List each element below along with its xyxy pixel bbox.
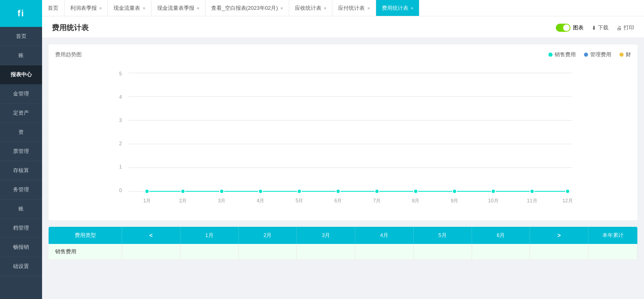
tab-cashflow-quarterly[interactable]: 现金流量表季报 × (152, 0, 205, 16)
col-header-month-6: 6月 (472, 227, 530, 244)
print-icon: 🖨 (617, 25, 622, 31)
col-header-next-nav[interactable]: > (530, 227, 588, 244)
sidebar-item-receivable[interactable]: 账 (0, 199, 42, 219)
row-month-6-value (472, 244, 530, 259)
download-button[interactable]: ⬇ 下载 (592, 24, 608, 31)
tab-cashflow[interactable]: 现金流量表 × (108, 0, 151, 16)
print-label: 打印 (624, 24, 634, 31)
sidebar-item-inventory[interactable]: 存核算 (0, 161, 42, 180)
page-title: 费用统计表 (52, 23, 89, 33)
svg-text:1: 1 (119, 164, 122, 170)
sidebar-item-home[interactable]: 首页 (0, 27, 42, 46)
header-actions: 图表 ⬇ 下载 🖨 打印 (556, 24, 634, 32)
legend-label-finance: 财 (626, 51, 631, 58)
close-tab-cashflow[interactable]: × (143, 6, 145, 11)
sidebar-item-archive-management[interactable]: 档管理 (0, 219, 42, 238)
svg-point-33 (491, 189, 495, 193)
col-header-month-5: 5月 (414, 227, 472, 244)
svg-point-26 (220, 189, 224, 193)
sidebar: fi 首页 账 报表中心 金管理 定资产 资 票管理 存核算 务管理 账 档管理… (0, 0, 42, 299)
svg-point-30 (375, 189, 379, 193)
sidebar-item-base-settings[interactable]: 础设置 (0, 257, 42, 276)
svg-text:3: 3 (119, 117, 122, 123)
svg-point-25 (181, 189, 185, 193)
tab-home[interactable]: 首页 (42, 0, 65, 16)
download-label: 下载 (598, 24, 608, 31)
next-month-button[interactable]: > (557, 232, 561, 239)
sidebar-item-invoice-management[interactable]: 票管理 (0, 142, 42, 161)
download-icon: ⬇ (592, 25, 596, 31)
row-type-label: 销售费用 (49, 244, 122, 259)
print-button[interactable]: 🖨 打印 (617, 24, 634, 31)
tab-bar: 首页 利润表季报 × 现金流量表 × 现金流量表季报 × 查看_空白报表(202… (42, 0, 644, 16)
svg-text:10月: 10月 (488, 198, 498, 204)
col-header-month-1: 1月 (180, 227, 239, 244)
svg-point-35 (566, 189, 570, 193)
col-header-prev-nav[interactable]: < (122, 227, 180, 244)
tab-payable-stats[interactable]: 应付统计表 × (332, 0, 376, 16)
chart-title: 费用趋势图 (55, 51, 82, 58)
chart-toggle-label: 图表 (573, 24, 584, 31)
legend-dot-admin (584, 53, 588, 57)
svg-point-27 (258, 189, 263, 193)
close-tab-cashflow-quarterly[interactable]: × (197, 6, 199, 11)
chart-header: 费用趋势图 销售费用 管理费用 财 (55, 51, 631, 58)
svg-text:8月: 8月 (412, 198, 420, 204)
close-tab-receivable-stats[interactable]: × (324, 6, 326, 11)
legend-dot-sales (548, 53, 553, 57)
sidebar-item-service-management[interactable]: 务管理 (0, 180, 42, 199)
tab-expense-stats[interactable]: 费用统计表 × (376, 0, 419, 16)
col-header-month-3: 3月 (297, 227, 355, 244)
svg-text:3月: 3月 (218, 198, 226, 204)
svg-point-29 (336, 189, 340, 193)
col-header-month-2: 2月 (239, 227, 297, 244)
app-logo: fi (0, 0, 42, 27)
close-tab-profit-quarterly[interactable]: × (99, 6, 102, 11)
close-tab-payable-stats[interactable]: × (367, 6, 370, 11)
tab-receivable-stats[interactable]: 应收统计表 × (289, 0, 332, 16)
sidebar-item-fixed-assets[interactable]: 定资产 (0, 104, 42, 123)
legend-sales-expense: 销售费用 (548, 51, 576, 58)
row-month-2-value (239, 244, 297, 259)
svg-text:5月: 5月 (296, 198, 303, 204)
close-tab-expense-stats[interactable]: × (411, 6, 413, 11)
chart-svg-wrapper: 0 1 2 3 4 5 1月 2月 3月 (55, 62, 631, 214)
legend-label-admin: 管理费用 (590, 51, 611, 58)
svg-text:11月: 11月 (527, 198, 537, 204)
svg-text:2月: 2月 (179, 198, 187, 204)
svg-text:6月: 6月 (334, 198, 342, 204)
close-tab-blank-report[interactable]: × (281, 6, 283, 11)
table-row: 销售费用 (49, 244, 637, 260)
svg-text:0: 0 (119, 188, 122, 193)
row-nav-next-spacer (530, 244, 588, 259)
sidebar-item-fund-management[interactable]: 金管理 (0, 84, 42, 104)
expense-table: 费用类型 < 1月 2月 3月 4月 5月 (49, 227, 637, 260)
chart-toggle[interactable] (556, 24, 570, 32)
svg-text:1月: 1月 (143, 198, 151, 204)
svg-text:5: 5 (119, 71, 122, 77)
tab-blank-report[interactable]: 查看_空白报表(2023年02月) × (205, 0, 289, 16)
sidebar-item-account[interactable]: 账 (0, 46, 42, 65)
sidebar-item-report-center[interactable]: 报表中心 (0, 65, 42, 84)
tab-profit-quarterly[interactable]: 利润表季报 × (65, 0, 108, 16)
col-header-year-total: 本年累计 (588, 227, 637, 244)
col-header-type: 费用类型 (49, 227, 122, 244)
legend-label-sales: 销售费用 (555, 51, 576, 58)
row-month-1-value (180, 244, 239, 259)
chart-svg: 0 1 2 3 4 5 1月 2月 3月 (55, 62, 631, 213)
svg-point-34 (530, 189, 534, 193)
chart-container: 费用趋势图 销售费用 管理费用 财 (49, 44, 637, 220)
col-header-month-4: 4月 (355, 227, 414, 244)
main-area: 首页 利润表季报 × 现金流量表 × 现金流量表季报 × 查看_空白报表(202… (42, 0, 644, 299)
legend-finance-expense: 财 (619, 51, 631, 58)
chart-toggle-wrapper: 图表 (556, 24, 584, 32)
page-header: 费用统计表 图表 ⬇ 下载 🖨 打印 (42, 16, 644, 38)
svg-point-24 (145, 189, 149, 193)
svg-point-31 (414, 189, 418, 193)
svg-text:2: 2 (119, 141, 122, 146)
row-month-4-value (355, 244, 414, 259)
sidebar-item-investment[interactable]: 资 (0, 123, 42, 142)
prev-month-button[interactable]: < (149, 232, 153, 239)
svg-text:12月: 12月 (562, 198, 573, 204)
sidebar-item-expense-reimbursement[interactable]: 畅报销 (0, 238, 42, 257)
